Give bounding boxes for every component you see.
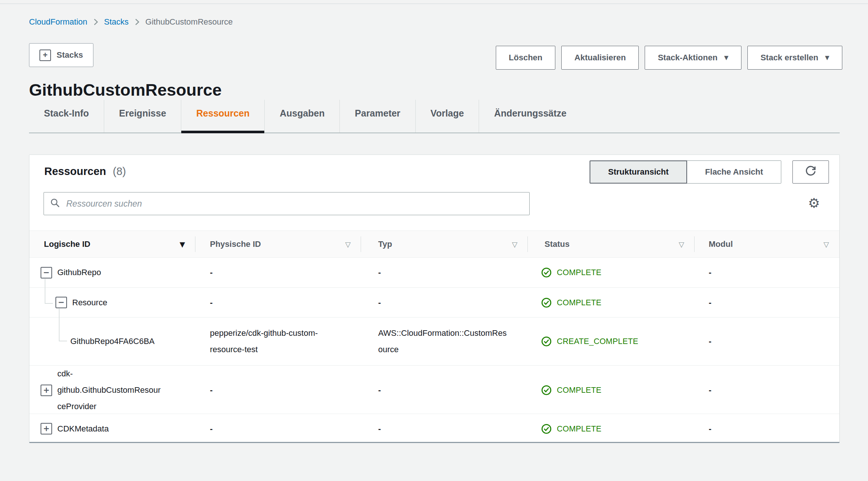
success-icon [541,423,552,434]
tab-ereignisse[interactable]: Ereignisse [104,100,181,133]
stack-detail-tabs: Stack-Info Ereignisse Ressourcen Ausgabe… [29,100,840,133]
stack-actions-toolbar: Löschen Aktualisieren Stack-Aktionen ▼ S… [496,46,842,70]
breadcrumb-link-stacks[interactable]: Stacks [104,17,129,27]
status-text: COMPLETE [557,264,601,281]
filter-icon: ▽ [679,240,684,248]
sort-desc-icon: ▼ [179,240,185,248]
column-header-status[interactable]: Status ▽ [528,231,695,257]
tab-ressourcen[interactable]: Ressourcen [181,100,264,133]
caret-down-icon: ▼ [825,54,829,61]
logical-id-cell: − GithubRepo [29,264,195,281]
tree-view-toggle[interactable]: Strukturansicht [590,160,687,184]
chevron-right-icon [93,18,98,26]
module-cell: - [695,333,839,350]
table-row: + CDKMetadata - - COMPLETE - [29,414,839,443]
status-cell: COMPLETE [528,264,695,281]
stack-actions-dropdown[interactable]: Stack-Aktionen ▼ [645,46,741,70]
status-text: COMPLETE [557,382,601,398]
filter-icon: ▽ [345,240,351,248]
type-cell: - [361,382,528,398]
logical-id-text: CDKMetadata [57,421,109,437]
column-header-logische-id[interactable]: Logische ID ▼ [29,231,195,257]
tab-ausgaben[interactable]: Ausgaben [264,100,339,133]
success-icon [541,297,552,308]
status-text: CREATE_COMPLETE [557,333,638,350]
module-cell: - [695,421,839,437]
column-label: Typ [378,239,392,249]
logical-id-text: Resource [72,294,107,311]
column-header-physische-id[interactable]: Physische ID ▽ [195,231,361,257]
table-header: Logische ID ▼ Physische ID ▽ Typ ▽ Statu… [29,230,839,258]
stack-actions-label: Stack-Aktionen [658,53,717,63]
status-cell: COMPLETE [528,421,695,437]
physical-id-cell: pepperize/cdk-github-custom-resource-tes… [195,325,361,358]
success-icon [541,336,552,347]
expand-plus-icon[interactable]: + [41,423,52,434]
gear-icon[interactable]: ⚙ [808,197,820,210]
breadcrumb-link-cloudformation[interactable]: CloudFormation [29,17,87,27]
delete-button[interactable]: Löschen [496,46,555,70]
collapse-minus-icon[interactable]: − [41,267,52,278]
column-label: Modul [709,239,733,249]
module-cell: - [695,382,839,398]
refresh-button[interactable] [792,160,829,184]
tab-aenderungssaetze[interactable]: Änderungssätze [479,100,581,133]
status-text: COMPLETE [557,421,601,437]
create-stack-dropdown[interactable]: Stack erstellen ▼ [747,46,842,70]
expand-plus-icon: + [39,50,51,61]
breadcrumb: CloudFormation Stacks GithubCustomResour… [29,17,233,27]
filter-icon: ▽ [512,240,517,248]
column-label: Logische ID [44,239,90,249]
stacks-nav-button[interactable]: + Stacks [29,43,93,67]
table-body: − GithubRepo - - COMPLETE - − Resource -… [29,258,839,443]
column-header-modul[interactable]: Modul ▽ [695,231,839,257]
status-text: COMPLETE [557,294,601,311]
table-row: − Resource - - COMPLETE - [29,288,839,318]
update-button[interactable]: Aktualisieren [561,46,639,70]
logical-id-text: cdk-github.GithubCustomResourceProvider [57,366,162,415]
logical-id-cell: + CDKMetadata [29,421,195,437]
panel-resource-count: (8) [113,165,126,177]
status-cell: COMPLETE [528,382,695,398]
table-row: + cdk-github.GithubCustomResourceProvide… [29,366,839,414]
type-cell: - [361,421,528,437]
tree-guide-line [45,279,45,304]
breadcrumb-current: GithubCustomResource [146,17,233,27]
module-cell: - [695,264,839,281]
panel-title: Ressourcen (8) [44,165,126,178]
column-header-typ[interactable]: Typ ▽ [361,231,528,257]
resource-search [44,192,530,215]
tree-guide-line [45,303,53,304]
column-label: Physische ID [210,239,261,249]
view-toggle-group: Strukturansicht Flache Ansicht [590,160,781,184]
filter-icon: ▽ [823,240,829,248]
column-label: Status [545,239,569,249]
success-icon [541,385,552,396]
resources-panel: Ressourcen (8) Strukturansicht Flache An… [29,155,840,443]
tab-vorlage[interactable]: Vorlage [415,100,479,133]
module-cell: - [695,294,839,311]
type-cell: - [361,294,528,311]
table-row: GithubRepo4FA6C6BA pepperize/cdk-github-… [29,318,839,366]
physical-id-cell: - [195,421,361,437]
panel-title-text: Ressourcen [44,165,106,177]
success-icon [541,267,552,278]
logical-id-text: GithubRepo [57,264,101,281]
type-cell: - [361,264,528,281]
expand-plus-icon[interactable]: + [41,385,52,396]
tab-parameter[interactable]: Parameter [339,100,415,133]
status-cell: COMPLETE [528,294,695,311]
chevron-right-icon [135,18,140,26]
flat-view-toggle[interactable]: Flache Ansicht [687,160,781,184]
search-input[interactable] [66,198,523,209]
refresh-icon [804,165,817,179]
status-cell: CREATE_COMPLETE [528,333,695,350]
create-stack-label: Stack erstellen [760,53,818,63]
search-icon [50,198,60,210]
physical-id-cell: - [195,294,361,311]
page-title: GithubCustomResource [29,80,222,100]
tab-stack-info[interactable]: Stack-Info [29,100,104,133]
logical-id-text: GithubRepo4FA6C6BA [70,333,154,350]
collapse-minus-icon[interactable]: − [55,297,67,308]
physical-id-cell: - [195,382,361,398]
